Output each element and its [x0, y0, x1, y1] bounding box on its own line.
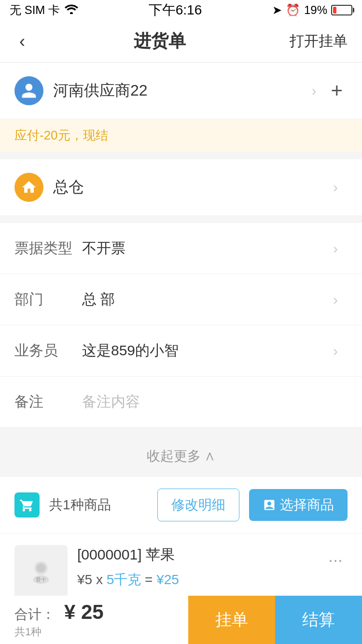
supplier-section: 河南供应商22 › + 应付-20元，现结 [0, 63, 362, 152]
alarm-icon: ⏰ [286, 3, 300, 17]
products-count: 共1种商品 [49, 496, 148, 514]
remarks-label: 备注 [14, 392, 82, 412]
status-left: 无 SIM 卡 [10, 2, 78, 18]
chevron-right-icon: › [311, 83, 316, 99]
supplier-avatar [14, 76, 43, 105]
content-area: 河南供应商22 › + 应付-20元，现结 总仓 › 票据类型 不开票 › 部门… [0, 63, 362, 644]
sales-chevron-icon: › [333, 343, 338, 359]
department-label: 部门 [14, 290, 82, 309]
collapse-toggle[interactable]: 收起更多 ∧ [0, 435, 362, 477]
select-product-button[interactable]: 选择商品 [249, 489, 348, 521]
total-area: 合计： ¥ 25 共1种 [0, 601, 188, 639]
price-value: ¥5 [77, 572, 92, 587]
form-section: 票据类型 不开票 › 部门 总 部 › 业务员 这是859的小智 › 备注 备注… [0, 223, 362, 428]
cart-icon [19, 497, 35, 513]
invoice-value: 不开票 [82, 238, 333, 258]
product-menu-button[interactable]: ··· [323, 545, 348, 575]
invoice-label: 票据类型 [14, 238, 82, 258]
department-row[interactable]: 部门 总 部 › [0, 274, 362, 325]
multiply-sign: x [96, 572, 107, 587]
supplier-row[interactable]: 河南供应商22 › + [0, 63, 362, 119]
invoice-chevron-icon: › [333, 240, 338, 257]
department-chevron-icon: › [333, 292, 338, 308]
add-supplier-button[interactable]: + [326, 79, 348, 102]
product-info: [0000001] 苹果 ¥5 x 5千克 = ¥25 [77, 545, 314, 589]
open-pending-button[interactable]: 打开挂单 [290, 31, 348, 51]
remarks-value[interactable]: 备注内容 [82, 392, 348, 412]
product-price: ¥5 x 5千克 = ¥25 [77, 571, 314, 589]
total-sub: 共1种 [14, 625, 174, 639]
total-value: ¥25 [156, 572, 179, 587]
product-thumb-icon: 督十 [27, 557, 56, 586]
warehouse-icon [21, 179, 37, 196]
carrier-text: 无 SIM 卡 [10, 2, 60, 18]
equals-sign: = [145, 572, 156, 587]
checkout-button[interactable]: 结算 [275, 596, 362, 644]
sales-value: 这是859的小智 [82, 341, 333, 361]
bottom-bar: 合计： ¥ 25 共1种 挂单 结算 [0, 596, 362, 644]
invoice-row[interactable]: 票据类型 不开票 › [0, 223, 362, 274]
product-title-name: 苹果 [146, 546, 175, 562]
department-value: 总 部 [82, 290, 333, 309]
products-icon-wrap [14, 492, 40, 518]
select-product-label: 选择商品 [280, 496, 334, 514]
qty-value: 5千克 [107, 572, 141, 587]
product-name: [0000001] 苹果 [77, 545, 314, 565]
warehouse-row[interactable]: 总仓 › [0, 159, 362, 215]
battery-icon [331, 5, 352, 15]
edit-detail-button[interactable]: 修改明细 [157, 489, 239, 521]
sales-label: 业务员 [14, 341, 82, 361]
warehouse-name: 总仓 [53, 177, 333, 198]
warehouse-chevron-icon: › [333, 179, 338, 196]
pending-button[interactable]: 挂单 [188, 596, 275, 644]
location-icon: ➤ [272, 3, 282, 17]
battery-percent: 19% [304, 3, 327, 17]
product-code: [0000001] [77, 546, 141, 562]
total-label: 合计： [14, 607, 55, 622]
sales-row[interactable]: 业务员 这是859的小智 › [0, 325, 362, 377]
back-button[interactable]: ‹ [14, 27, 30, 56]
total-amount: ¥ 25 [64, 601, 104, 623]
status-time: 下午6:16 [149, 1, 202, 19]
select-product-icon [263, 498, 276, 512]
warehouse-icon-wrap [14, 173, 43, 202]
supplier-name: 河南供应商22 [53, 80, 311, 101]
svg-text:督十: 督十 [36, 576, 46, 582]
product-thumbnail: 督十 [14, 545, 68, 598]
person-icon [20, 82, 38, 99]
wifi-icon [65, 3, 78, 17]
remarks-row[interactable]: 备注 备注内容 [0, 377, 362, 428]
products-header: 共1种商品 修改明细 选择商品 [0, 477, 362, 533]
status-right: ➤ ⏰ 19% [272, 3, 352, 17]
nav-bar: ‹ 进货单 打开挂单 [0, 20, 362, 63]
warehouse-section: 总仓 › [0, 159, 362, 215]
status-bar: 无 SIM 卡 下午6:16 ➤ ⏰ 19% [0, 0, 362, 20]
supplier-notice: 应付-20元，现结 [0, 119, 362, 152]
svg-point-1 [37, 564, 45, 573]
page-title: 进货单 [134, 29, 186, 53]
